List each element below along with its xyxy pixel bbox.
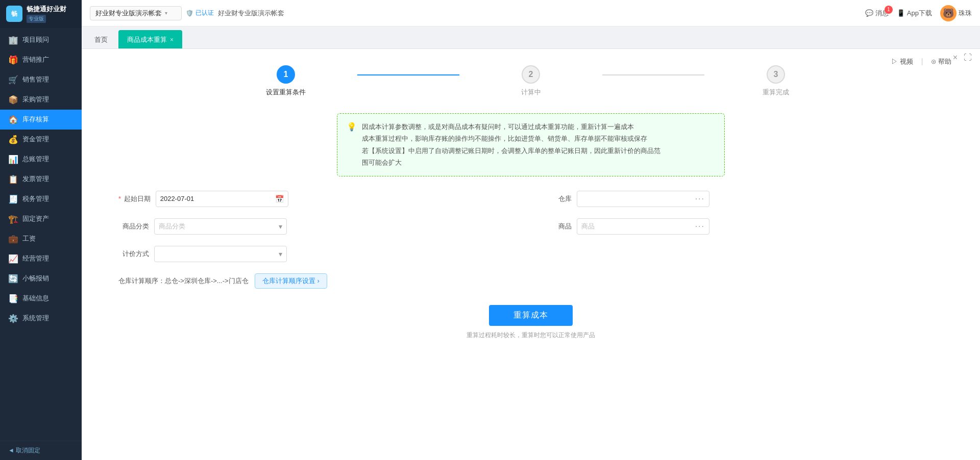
- sidebar-item-accounting[interactable]: 📊 总账管理: [0, 149, 82, 169]
- sidebar-item-payroll[interactable]: 💼 工资: [0, 229, 82, 249]
- accounting-icon: 📊: [8, 155, 18, 164]
- sidebar-item-label: 工资: [22, 234, 36, 243]
- tab-recalc[interactable]: 商品成本重算 ×: [118, 30, 182, 48]
- info-text: 因成本计算参数调整，或是对商品成本有疑问时，可以通过成本重算功能，重新计算一遍成…: [362, 121, 660, 169]
- sidebar-item-finance[interactable]: 💰 资金管理: [0, 130, 82, 149]
- info-box: 💡 因成本计算参数调整，或是对商品成本有疑问时，可以通过成本重算功能，重新计算一…: [337, 113, 725, 176]
- sidebar-item-basic[interactable]: 📑 基础信息: [0, 289, 82, 309]
- avatar: 🐻: [940, 5, 957, 21]
- finance-icon: 💰: [8, 135, 18, 144]
- step-indicator: 1 设置重算条件 2 计算中 3 重算完成: [98, 61, 964, 97]
- main-wrapper: 好业财专业版演示帐套 ▾ 🛡️ 已认证 好业财专业版演示帐套 💬 消息 1 📱 …: [82, 0, 980, 460]
- mobile-icon: 📱: [897, 9, 905, 17]
- goods-placeholder: 商品: [581, 222, 692, 231]
- sidebar: 畅 畅捷通好业财 专业版 🏢 项目顾问 🎁 营销推广 🛒 销售管理 📦 采购管理…: [0, 0, 82, 460]
- goods-dots-icon: ···: [695, 222, 705, 231]
- tab-recalc-label: 商品成本重算: [127, 35, 167, 44]
- pricing-chevron-icon: ▾: [279, 250, 282, 258]
- sidebar-item-label: 项目顾问: [22, 35, 49, 44]
- sidebar-item-label: 库存核算: [22, 115, 49, 124]
- sidebar-item-label: 销售管理: [22, 75, 49, 84]
- sidebar-item-label: 资金管理: [22, 135, 49, 144]
- step-2-label: 计算中: [521, 88, 541, 97]
- goods-field: 商品 商品 ···: [541, 218, 943, 235]
- sidebar-item-marketing[interactable]: 🎁 营销推广: [0, 50, 82, 70]
- payroll-icon: 💼: [8, 234, 18, 244]
- sidebar-pin-toggle[interactable]: ◄ 取消固定: [0, 441, 82, 460]
- sidebar-item-system[interactable]: ⚙️ 系统管理: [0, 309, 82, 328]
- sidebar-item-inventory[interactable]: 🏠 库存核算: [0, 110, 82, 130]
- app-download-button[interactable]: 📱 App下载: [897, 9, 932, 18]
- form-row-3: 计价方式 ▾: [118, 246, 943, 262]
- step-1: 1 设置重算条件: [214, 65, 357, 97]
- step-3: 3 重算完成: [704, 65, 847, 97]
- user-name: 珠珠: [959, 9, 972, 18]
- category-input[interactable]: 商品分类 ▾: [154, 218, 287, 235]
- tab-close-icon[interactable]: ×: [170, 36, 174, 43]
- warehouse-dots-icon: ···: [695, 194, 705, 203]
- app-download-label: App下载: [907, 9, 932, 18]
- sidebar-item-expense[interactable]: 🔄 小畅报销: [0, 269, 82, 289]
- sidebar-item-label: 小畅报销: [22, 274, 49, 283]
- account-selector[interactable]: 好业财专业版演示帐套 ▾: [90, 6, 182, 20]
- required-star: *: [118, 195, 121, 202]
- account-name: 好业财专业版演示帐套: [95, 9, 162, 18]
- sidebar-item-operations[interactable]: 📈 经营管理: [0, 249, 82, 269]
- sidebar-item-tax[interactable]: 🧾 税务管理: [0, 189, 82, 209]
- assets-icon: 🏗️: [8, 214, 18, 224]
- calc-order-row: 仓库计算顺序：总仓->深圳仓库->...->门店仓 仓库计算顺序设置 ›: [118, 273, 943, 289]
- operations-icon: 📈: [8, 254, 18, 264]
- start-date-field: * 起始日期 2022-07-01 📅: [118, 191, 521, 207]
- user-avatar-area[interactable]: 🐻 珠珠: [940, 5, 972, 21]
- calc-order-settings-button[interactable]: 仓库计算顺序设置 ›: [255, 273, 327, 289]
- category-label: 商品分类: [118, 222, 149, 231]
- step-1-circle: 1: [277, 65, 295, 84]
- sidebar-item-purchase[interactable]: 📦 采购管理: [0, 90, 82, 110]
- pricing-field: 计价方式 ▾: [118, 246, 521, 262]
- goods-input[interactable]: 商品 ···: [577, 218, 709, 235]
- messages-badge: 1: [885, 6, 893, 14]
- warehouse-field: 仓库 ···: [541, 191, 943, 207]
- sidebar-item-label: 固定资产: [22, 214, 49, 223]
- sidebar-item-label: 发票管理: [22, 174, 49, 184]
- warehouse-label: 仓库: [541, 194, 572, 203]
- form-row-1: * 起始日期 2022-07-01 📅 仓库 ···: [118, 191, 943, 207]
- system-icon: ⚙️: [8, 314, 18, 323]
- project-icon: 🏢: [8, 35, 18, 45]
- sales-icon: 🛒: [8, 75, 18, 85]
- invoice-icon: 📋: [8, 174, 18, 184]
- verified-company: 好业财专业版演示帐套: [218, 9, 284, 18]
- step-2: 2 计算中: [459, 65, 602, 97]
- app-edition: 专业版: [27, 15, 46, 23]
- sidebar-item-label: 采购管理: [22, 95, 49, 104]
- sidebar-item-assets[interactable]: 🏗️ 固定资产: [0, 209, 82, 229]
- page-content: × ⛶ ▷ 视频 | ⊙ 帮助 1 设置重算条件 2 计算中: [82, 49, 980, 460]
- sidebar-item-project[interactable]: 🏢 项目顾问: [0, 30, 82, 50]
- info-icon: 💡: [347, 122, 357, 169]
- recalc-button[interactable]: 重算成本: [489, 305, 573, 326]
- sidebar-item-sales[interactable]: 🛒 销售管理: [0, 70, 82, 90]
- sidebar-item-label: 基础信息: [22, 294, 49, 303]
- sidebar-item-invoice[interactable]: 📋 发票管理: [0, 169, 82, 189]
- warehouse-input[interactable]: ···: [577, 191, 709, 207]
- pricing-input[interactable]: ▾: [154, 246, 287, 262]
- pricing-label: 计价方式: [118, 249, 149, 259]
- verified-label: 已认证: [195, 9, 214, 17]
- chevron-down-icon: ▾: [165, 10, 167, 16]
- message-icon: 💬: [865, 9, 873, 17]
- verified-badge: 🛡️ 已认证: [186, 9, 214, 17]
- calendar-icon: 📅: [275, 195, 284, 203]
- tab-home[interactable]: 首页: [86, 30, 116, 48]
- purchase-icon: 📦: [8, 95, 18, 105]
- step-1-label: 设置重算条件: [266, 88, 306, 97]
- chevron-right-icon: ›: [317, 277, 320, 285]
- sidebar-nav: 🏢 项目顾问 🎁 营销推广 🛒 销售管理 📦 采购管理 🏠 库存核算 💰 资金管…: [0, 28, 82, 441]
- sidebar-item-label: 系统管理: [22, 314, 49, 323]
- expand-button[interactable]: ⛶: [964, 53, 972, 62]
- messages-button[interactable]: 💬 消息 1: [865, 9, 889, 18]
- topbar: 好业财专业版演示帐套 ▾ 🛡️ 已认证 好业财专业版演示帐套 💬 消息 1 📱 …: [82, 0, 980, 27]
- start-date-input[interactable]: 2022-07-01 📅: [156, 191, 288, 207]
- sidebar-item-label: 总账管理: [22, 155, 49, 164]
- step-line-2-3: [602, 74, 704, 75]
- app-title-block: 畅捷通好业财 专业版: [27, 5, 66, 23]
